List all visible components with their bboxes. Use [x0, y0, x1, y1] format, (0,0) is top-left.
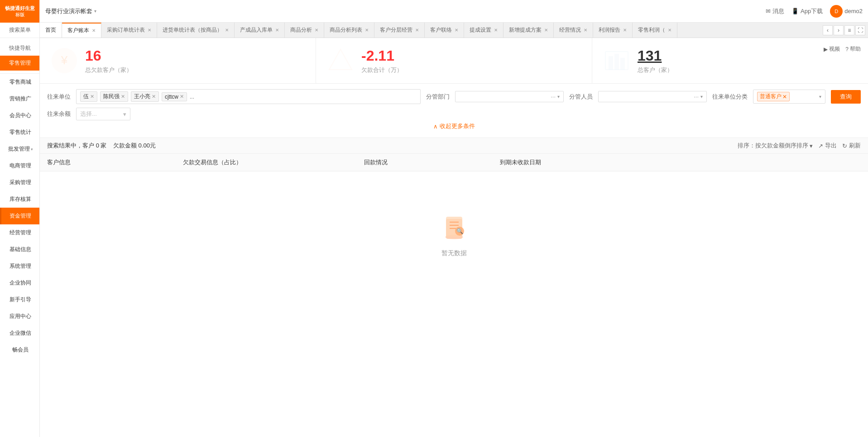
help-label: 帮助: [850, 45, 861, 53]
sidebar-item-member[interactable]: 会员中心: [0, 107, 39, 124]
tab-scroll-left[interactable]: ‹: [823, 25, 833, 35]
tab-customer-segment[interactable]: 客户分层经营 ✕: [374, 23, 425, 38]
unit-filter-label: 往来单位: [47, 93, 71, 101]
tab-production-inbound[interactable]: 产成品入库单 ✕: [235, 23, 285, 38]
tab-retail-profit[interactable]: 零售利润（ ✕: [633, 23, 677, 38]
tab-goods-analysis-list[interactable]: 商品分析列表 ✕: [324, 23, 374, 38]
collapse-btn[interactable]: ∧ 收起更多条件: [430, 120, 479, 132]
svg-rect-4: [609, 56, 613, 70]
sidebar-item-operations[interactable]: 经营管理: [0, 224, 39, 241]
tab-customer-account-close[interactable]: ✕: [92, 28, 96, 33]
tab-retail-profit-close[interactable]: ✕: [668, 28, 671, 33]
tab-production-inbound-close[interactable]: ✕: [275, 28, 279, 33]
sort-select[interactable]: 排序：按欠款金额倒序排序 ▾: [738, 142, 813, 150]
stat-value-debt-total: -2.11: [361, 47, 403, 64]
remove-tag-unit-0[interactable]: ✕: [90, 94, 94, 100]
dept-dots: ···: [551, 93, 556, 100]
tab-promotion-settings-close[interactable]: ✕: [494, 28, 498, 33]
sidebar-item-inventory[interactable]: 库存核算: [0, 191, 39, 208]
tab-retail-profit-label: 零售利润（: [638, 26, 665, 34]
tab-operations[interactable]: 经营情况 ✕: [554, 23, 593, 38]
account-selector[interactable]: 母婴行业演示帐套 ▾: [45, 7, 96, 15]
stat-helpers: ▶ 视频 ? 帮助: [824, 45, 861, 53]
sidebar-item-retail-mall[interactable]: 零售商城: [0, 74, 39, 90]
help-btn[interactable]: ? 帮助: [845, 45, 861, 53]
category-select[interactable]: 普通客户 ✕ ▾: [753, 90, 825, 104]
category-tag: 普通客户 ✕: [757, 92, 790, 101]
user-menu[interactable]: D demo2: [830, 5, 863, 18]
message-btn[interactable]: ✉ 消息: [766, 7, 784, 15]
tab-goods-analysis[interactable]: 商品分析 ✕: [285, 23, 324, 38]
tab-customer-contact[interactable]: 客户联络 ✕: [425, 23, 464, 38]
remove-tag-unit-2[interactable]: ✕: [152, 94, 156, 100]
svg-text:¥: ¥: [61, 53, 68, 67]
video-help-btn[interactable]: ▶ 视频: [824, 45, 840, 53]
tab-inbound-stats[interactable]: 进货单统计表（按商品） ✕: [157, 23, 235, 38]
tab-add-promotion[interactable]: 新增提成方案 ✕: [504, 23, 554, 38]
retail-mgmt-nav[interactable]: 零售管理: [0, 56, 39, 71]
video-label: 视频: [829, 45, 840, 53]
tab-customer-account[interactable]: 客户账本 ✕: [62, 23, 101, 38]
tab-profit-report[interactable]: 利润报告 ✕: [593, 23, 633, 38]
sidebar-search[interactable]: 搜索菜单: [0, 23, 39, 38]
sidebar-item-wholesale[interactable]: 批发管理 ▾: [0, 141, 39, 157]
tab-goods-analysis-close[interactable]: ✕: [315, 28, 318, 33]
sidebar-item-enterprise-wechat[interactable]: 企业微信: [0, 325, 39, 342]
remove-tag-unit-1[interactable]: ✕: [121, 94, 125, 100]
tab-inbound-stats-close[interactable]: ✕: [225, 28, 229, 33]
chevron-down-icon: ▾: [31, 147, 33, 152]
tab-operations-close[interactable]: ✕: [584, 28, 587, 33]
tab-scroll-right[interactable]: ›: [834, 25, 844, 35]
sidebar-item-basic-info[interactable]: 基础信息: [0, 241, 39, 258]
balance-placeholder: 选择...: [80, 110, 97, 118]
tab-fullscreen[interactable]: ⛶: [855, 25, 865, 35]
unit-tags-input[interactable]: 伍 ✕ 陈民强 ✕ 王小亮 ✕ cjttcw ✕ ...: [76, 89, 421, 104]
sidebar-item-app-center[interactable]: 应用中心: [0, 308, 39, 325]
quick-nav-item[interactable]: 快捷导航: [0, 41, 39, 56]
sidebar-item-retail-stats[interactable]: 零售统计: [0, 124, 39, 141]
person-select[interactable]: ··· ▾: [598, 91, 707, 102]
tab-customer-contact-close[interactable]: ✕: [455, 28, 458, 33]
sidebar-item-ecommerce[interactable]: 电商管理: [0, 157, 39, 174]
sidebar-item-member-pro[interactable]: 畅会员: [0, 342, 39, 358]
col-header-repayment: 回款情况: [364, 158, 500, 166]
dept-select[interactable]: ··· ▾: [455, 91, 564, 102]
logo-text-1: 畅捷通好生意: [5, 5, 35, 12]
message-label: 消息: [772, 7, 784, 15]
tab-home[interactable]: 首页: [40, 23, 62, 38]
tab-profit-report-close[interactable]: ✕: [623, 28, 627, 33]
person-arrow-icon: ▾: [700, 94, 703, 99]
stat-card-debt-customers: ¥ 16 总欠款客户（家）: [40, 38, 316, 83]
refresh-btn[interactable]: ↻ 刷新: [842, 142, 861, 150]
sidebar-item-marketing[interactable]: 营销推广: [0, 90, 39, 107]
stat-label-total-customers: 总客户（家）: [638, 66, 673, 74]
sidebar-quick-nav: 快捷导航 零售管理: [0, 38, 39, 74]
app-download-btn[interactable]: 📱 App下载: [791, 7, 823, 15]
filter-tag-unit-3: cjttcw ✕: [162, 92, 187, 101]
app-logo: 畅捷通好生意 标版: [0, 0, 39, 23]
tab-more[interactable]: ≡: [844, 25, 854, 35]
tab-inbound-stats-label: 进货单统计表（按商品）: [163, 26, 222, 34]
unit-more-btn[interactable]: ...: [190, 94, 194, 100]
tab-add-promotion-close[interactable]: ✕: [544, 28, 548, 33]
sidebar-item-enterprise-collab[interactable]: 企业协同: [0, 275, 39, 291]
category-arrow-icon: ▾: [819, 94, 821, 99]
tab-goods-analysis-list-close[interactable]: ✕: [365, 28, 369, 33]
tab-customer-segment-close[interactable]: ✕: [415, 28, 419, 33]
balance-select[interactable]: 选择... ▾: [76, 108, 130, 120]
export-btn[interactable]: ↗ 导出: [818, 142, 837, 150]
remove-category-tag[interactable]: ✕: [782, 94, 787, 100]
tab-purchase-order-close[interactable]: ✕: [148, 28, 151, 33]
filter-row-1: 往来单位 伍 ✕ 陈民强 ✕ 王小亮 ✕ cjttcw: [47, 89, 861, 104]
sidebar-item-newbie[interactable]: 新手引导: [0, 291, 39, 308]
tab-customer-segment-label: 客户分层经营: [380, 26, 412, 34]
remove-tag-unit-3[interactable]: ✕: [180, 94, 184, 100]
sidebar-item-purchase[interactable]: 采购管理: [0, 174, 39, 191]
sidebar-item-capital[interactable]: 资金管理: [0, 208, 39, 224]
tab-promotion-settings[interactable]: 提成设置 ✕: [464, 23, 504, 38]
query-button[interactable]: 查询: [831, 90, 861, 104]
tab-purchase-order[interactable]: 采购订单统计表 ✕: [101, 23, 157, 38]
stat-label-debt-customers: 总欠款客户（家）: [85, 66, 132, 74]
refresh-icon: ↻: [842, 142, 847, 149]
sidebar-item-system[interactable]: 系统管理: [0, 258, 39, 275]
